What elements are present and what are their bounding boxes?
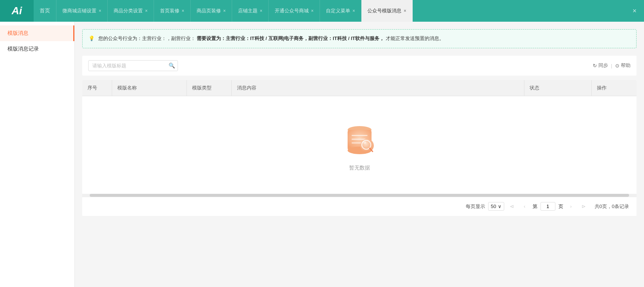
- page-total: 共0页，0条记录: [595, 203, 629, 210]
- nav-tab-close-wechat-template[interactable]: ×: [404, 9, 406, 13]
- search-left: 🔍: [88, 60, 178, 71]
- nav-tab-label-category-settings: 商品分类设置: [114, 7, 143, 14]
- sync-icon: ↻: [593, 63, 597, 68]
- nav-tab-label-store-theme: 店铺主题: [238, 7, 258, 14]
- notice-icon: 💡: [89, 36, 95, 41]
- table-header: 序号模版名称模版类型消息内容状态操作: [82, 80, 637, 96]
- table-col-0: 序号: [82, 80, 112, 96]
- divider: |: [611, 63, 612, 68]
- help-button[interactable]: ⊙ 帮助: [615, 62, 631, 69]
- chevron-down-icon: ∨: [498, 204, 502, 209]
- nav-tab-close-store-theme[interactable]: ×: [260, 9, 262, 13]
- first-page-button[interactable]: ⊲: [507, 202, 517, 211]
- page-size-select[interactable]: 50 ∨: [488, 202, 504, 211]
- nav-tab-wechat-template[interactable]: 公众号模版消息 ×: [361, 0, 413, 22]
- empty-text: 暂无数据: [349, 165, 370, 171]
- main-layout: 模版消息模版消息记录 💡 您的公众号行业为：主营行业：，副营行业： 需要设置为：…: [0, 22, 644, 287]
- nav-tab-store-theme[interactable]: 店铺主题 ×: [232, 0, 269, 22]
- page-input[interactable]: [540, 202, 555, 211]
- table-col-3: 消息内容: [232, 80, 524, 96]
- nav-tab-label-custom-menu: 自定义菜单: [326, 7, 350, 14]
- nav-tab-category-settings[interactable]: 商品分类设置 ×: [108, 0, 154, 22]
- nav-tab-label-home-decor: 首页装修: [160, 7, 179, 14]
- scrollbar-thumb[interactable]: [90, 194, 629, 197]
- nav-tab-label-home: 首页: [40, 7, 50, 14]
- nav-tab-close-category-settings[interactable]: ×: [145, 9, 148, 13]
- nav-tab-close-product-decor[interactable]: ×: [223, 9, 226, 13]
- table-col-2: 模版类型: [187, 80, 232, 96]
- notice-prefix: 您的公众号行业为：主营行业：，副营行业：: [98, 36, 195, 41]
- nav-tab-close-open-wechat-mall[interactable]: ×: [311, 9, 314, 13]
- search-input-wrap: 🔍: [88, 60, 178, 71]
- last-page-button[interactable]: ⊳: [579, 202, 589, 211]
- nav-tab-close-home-decor[interactable]: ×: [182, 9, 184, 13]
- nav-tab-label-wechat-template: 公众号模版消息: [367, 7, 401, 14]
- top-navbar: Ai 首页微商城店铺设置 ×商品分类设置 ×首页装修 ×商品页装修 ×店铺主题 …: [0, 0, 644, 22]
- prev-page-button[interactable]: ‹: [520, 202, 530, 211]
- content-area: 💡 您的公众号行业为：主营行业：，副营行业： 需要设置为：主营行业：IT科技 /…: [75, 22, 644, 287]
- help-icon: ⊙: [615, 63, 619, 68]
- nav-tab-label-open-wechat-mall: 开通公众号商城: [275, 7, 309, 14]
- next-page-button[interactable]: ›: [566, 202, 576, 211]
- empty-illustration: [337, 119, 382, 165]
- help-label: 帮助: [621, 62, 631, 69]
- notice-suffix: 才能正常发送预置的消息。: [386, 36, 444, 41]
- nav-tab-product-decor[interactable]: 商品页装修 ×: [191, 0, 232, 22]
- search-bar: 🔍 ↻ 同步 | ⊙ 帮助: [82, 56, 637, 76]
- brand-logo: Ai: [0, 0, 34, 22]
- brand-text: Ai: [12, 5, 22, 17]
- nav-tab-close-custom-menu[interactable]: ×: [352, 9, 355, 13]
- notice-banner: 💡 您的公众号行业为：主营行业：，副营行业： 需要设置为：主营行业：IT科技 /…: [82, 29, 637, 48]
- empty-state: 暂无数据: [82, 96, 637, 194]
- nav-tab-open-wechat-mall[interactable]: 开通公众号商城 ×: [269, 0, 320, 22]
- search-icon[interactable]: 🔍: [169, 62, 175, 68]
- sidebar: 模版消息模版消息记录: [0, 22, 75, 287]
- pagination-bar: 每页显示 50 ∨ ⊲ ‹ 第 页 › ⊳ 共0页，0条记录: [82, 197, 637, 216]
- nav-tab-label-product-decor: 商品页装修: [197, 7, 221, 14]
- nav-tab-custom-menu[interactable]: 自定义菜单 ×: [320, 0, 361, 22]
- search-right: ↻ 同步 | ⊙ 帮助: [593, 62, 631, 69]
- sync-button[interactable]: ↻ 同步: [593, 62, 608, 69]
- page-unit: 页: [558, 203, 563, 210]
- nav-tab-label-store-settings: 微商城店铺设置: [62, 7, 96, 14]
- table-container: 序号模版名称模版类型消息内容状态操作: [82, 80, 637, 216]
- scrollbar-track: [82, 194, 637, 197]
- table-col-1: 模版名称: [112, 80, 187, 96]
- sidebar-item-template-message-record[interactable]: 模版消息记录: [0, 41, 74, 57]
- nav-tab-home-decor[interactable]: 首页装修 ×: [154, 0, 191, 22]
- page-size-label: 每页显示: [466, 203, 485, 210]
- close-all-button[interactable]: ×: [625, 0, 644, 22]
- sync-label: 同步: [598, 62, 608, 69]
- notice-highlight: 需要设置为：主营行业：IT科技 / 互联网|电子商务，副营行业：IT科技 / I…: [197, 36, 384, 41]
- nav-tabs: 首页微商城店铺设置 ×商品分类设置 ×首页装修 ×商品页装修 ×店铺主题 ×开通…: [34, 0, 625, 22]
- search-input[interactable]: [88, 60, 178, 71]
- nav-tab-store-settings[interactable]: 微商城店铺设置 ×: [56, 0, 108, 22]
- page-label: 第: [533, 203, 537, 210]
- table-col-5: 操作: [592, 80, 637, 96]
- page-size-value: 50: [491, 204, 496, 209]
- nav-tab-home[interactable]: 首页: [34, 0, 56, 22]
- table-col-4: 状态: [524, 80, 592, 96]
- nav-tab-close-store-settings[interactable]: ×: [99, 9, 101, 13]
- sidebar-item-template-message[interactable]: 模版消息: [0, 25, 74, 41]
